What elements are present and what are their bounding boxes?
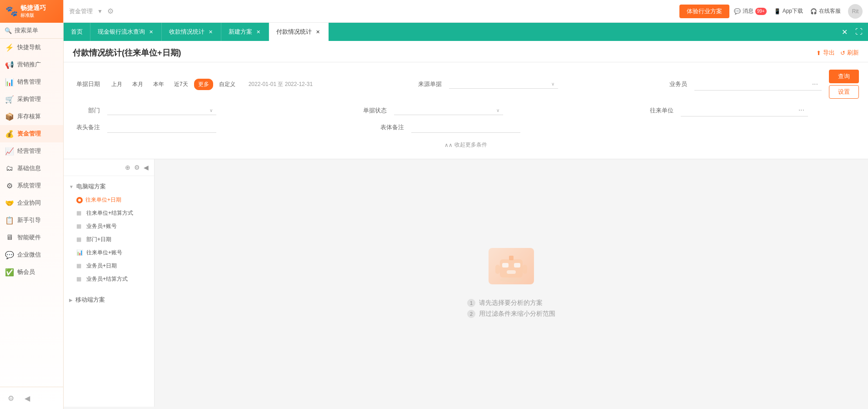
collapse-label: 收起更多条件 <box>454 141 487 149</box>
scheme-item-partner-account[interactable]: 📊往来单位+账号 <box>64 246 154 259</box>
fullscreen-btn[interactable]: ⛶ <box>853 26 864 37</box>
sidebar-label-wechat: 企业微信 <box>17 251 41 259</box>
desktop-scheme-label: 电脑端方案 <box>76 182 106 191</box>
sidebar-label-marketing: 营销推广 <box>17 61 41 69</box>
add-scheme-btn[interactable]: ⊕ <box>125 164 130 171</box>
setting-button[interactable]: 设置 <box>829 85 859 99</box>
mobile-scheme-header[interactable]: ▶ 移动端方案 <box>64 293 154 307</box>
tab-label-home: 首页 <box>71 28 83 36</box>
doc-status-select[interactable]: ∨ <box>394 106 503 115</box>
svg-rect-1 <box>502 263 509 268</box>
last-month-btn[interactable]: 上月 <box>107 79 126 90</box>
sidebar-item-inventory[interactable]: 📦 库存核算 <box>0 108 63 125</box>
tab-new-plan[interactable]: 新建方案✕ <box>221 23 269 41</box>
scheme-radio-partner-date <box>76 197 83 203</box>
sidebar-item-system[interactable]: ⚙ 系统管理 <box>0 177 63 194</box>
sidebar-icon-marketing: 📢 <box>5 61 14 69</box>
panel-collapse-btn[interactable]: ◀ <box>144 164 149 171</box>
messages-badge: 99+ <box>755 8 767 15</box>
sidebar-label-guide: 新手引导 <box>17 216 41 224</box>
sidebar-item-member[interactable]: ✅ 畅会员 <box>0 263 63 281</box>
sidebar-label-purchase: 采购管理 <box>17 95 41 103</box>
topbar-breadcrumb: 资金管理 <box>69 7 93 15</box>
online-service-action[interactable]: 🎧 在线客服 <box>810 7 841 15</box>
page-header-actions: ⬆ 导出 ↺ 刷新 <box>816 49 859 57</box>
sidebar-icon-system: ⚙ <box>5 182 14 190</box>
export-button[interactable]: ⬆ 导出 <box>816 49 835 57</box>
sidebar-item-wechat[interactable]: 💬 企业微信 <box>0 246 63 263</box>
sidebar-item-quick-nav[interactable]: ⚡ 快捷导航 <box>0 39 63 56</box>
sidebar-item-smart-hw[interactable]: 🖥 智能硬件 <box>0 229 63 246</box>
sidebar-label-quick-nav: 快捷导航 <box>17 43 41 51</box>
salesperson-ellipsis-icon[interactable]: ··· <box>812 80 818 88</box>
sidebar-item-purchase[interactable]: 🛒 采购管理 <box>0 91 63 108</box>
tab-close-new-plan[interactable]: ✕ <box>255 29 261 35</box>
tab-label-receipts: 收款情况统计 <box>169 28 205 36</box>
sidebar-icon-guide: 📋 <box>5 216 14 224</box>
empty-state: 1 请先选择要分析的方案 2 用过滤条件来缩小分析范围 <box>155 159 868 407</box>
tab-payment-stats[interactable]: 付款情况统计✕ <box>269 23 329 41</box>
body-remark-input[interactable] <box>411 122 520 133</box>
partner-select[interactable]: ··· <box>681 104 808 116</box>
app-download-action[interactable]: 📱 App下载 <box>774 7 803 15</box>
more-btn[interactable]: 更多 <box>194 79 213 90</box>
desktop-collapse-icon: ▼ <box>69 184 74 189</box>
sidebar-item-operation[interactable]: 📈 经营管理 <box>0 142 63 160</box>
scheme-item-salesperson-date[interactable]: ▦业务员+日期 <box>64 259 154 273</box>
topbar-settings-icon[interactable]: ⚙ <box>107 7 114 15</box>
this-year-btn[interactable]: 本年 <box>149 79 168 90</box>
sidebar-settings-btn[interactable]: ⚙ <box>5 392 17 404</box>
sidebar-item-cooperation[interactable]: 🤝 企业协同 <box>0 194 63 212</box>
scheme-label-partner-date: 往来单位+日期 <box>85 196 121 204</box>
last-7-days-btn[interactable]: 近7天 <box>170 79 192 90</box>
partner-label: 往来单位 <box>646 106 673 115</box>
tabbar-end: ✕ ⛶ <box>835 23 868 41</box>
tab-receipts[interactable]: 收款情况统计✕ <box>162 23 221 41</box>
dept-select[interactable]: ∨ <box>107 106 216 115</box>
tab-close-payment-stats[interactable]: ✕ <box>314 29 321 35</box>
partner-ellipsis-icon[interactable]: ··· <box>798 106 804 114</box>
sidebar-item-sales[interactable]: 📊 销售管理 <box>0 73 63 91</box>
scheme-item-salesperson-settlement[interactable]: ▦业务员+结算方式 <box>64 273 154 286</box>
message-icon: 💬 <box>734 8 741 15</box>
scheme-label-salesperson-settlement: 业务员+结算方式 <box>86 275 128 283</box>
header-remark-input[interactable] <box>107 122 216 133</box>
tab-home[interactable]: 首页 <box>64 23 90 41</box>
query-button[interactable]: 查询 <box>829 70 859 83</box>
sidebar-item-marketing[interactable]: 📢 营销推广 <box>0 56 63 73</box>
tab-close-cash-flow[interactable]: ✕ <box>148 29 154 35</box>
custom-btn[interactable]: 自定义 <box>215 79 239 90</box>
refresh-button[interactable]: ↺ 刷新 <box>840 49 859 57</box>
trial-button[interactable]: 体验行业方案 <box>679 5 729 18</box>
logo-icon: 🐾 <box>5 5 18 17</box>
source-select[interactable]: ∨ <box>449 80 558 89</box>
scheme-item-salesperson-account[interactable]: ▦业务员+账号 <box>64 220 154 233</box>
sidebar-item-basic-info[interactable]: 🗂 基础信息 <box>0 160 63 177</box>
scheme-settings-btn[interactable]: ⚙ <box>134 164 140 171</box>
sidebar-label-cooperation: 企业协同 <box>17 199 41 207</box>
scheme-item-partner-date[interactable]: 往来单位+日期 <box>64 193 154 207</box>
tab-close-receipts[interactable]: ✕ <box>207 29 214 35</box>
tab-cash-flow[interactable]: 现金银行流水查询✕ <box>90 23 162 41</box>
user-avatar[interactable]: Rit <box>848 4 863 19</box>
close-all-btn[interactable]: ✕ <box>839 26 850 37</box>
svg-point-7 <box>500 278 523 282</box>
main-content: 资金管理 ▼ ⚙ 体验行业方案 💬 消息 99+ 📱 App下载 🎧 在线客服 … <box>64 0 868 409</box>
sidebar-logo: 🐾 畅捷通巧 标准版 <box>0 0 63 23</box>
scheme-label-dept-date: 部门+日期 <box>86 236 111 243</box>
scheme-item-partner-settlement[interactable]: ▦往来单位+结算方式 <box>64 207 154 220</box>
desktop-scheme-header[interactable]: ▼ 电脑端方案 <box>64 180 154 193</box>
collapse-more-btn[interactable]: ∧∧ 收起更多条件 <box>435 138 496 151</box>
avatar-text: Rit <box>852 8 859 15</box>
messages-action[interactable]: 💬 消息 99+ <box>734 7 767 15</box>
sidebar-item-finance[interactable]: 💰 资金管理 <box>0 125 63 142</box>
tab-label-cash-flow: 现金银行流水查询 <box>98 28 145 36</box>
this-month-btn[interactable]: 本月 <box>128 79 147 90</box>
logo-sub: 标准版 <box>20 12 46 19</box>
empty-tips: 1 请先选择要分析的方案 2 用过滤条件来缩小分析范围 <box>467 299 555 318</box>
scheme-item-dept-date[interactable]: ▦部门+日期 <box>64 233 154 246</box>
sidebar-collapse-btn[interactable]: ◀ <box>21 392 34 404</box>
salesperson-select[interactable]: ··· <box>694 78 822 91</box>
sidebar-item-guide[interactable]: 📋 新手引导 <box>0 212 63 229</box>
search-menu-item[interactable]: 🔍 搜索菜单 <box>0 23 63 39</box>
